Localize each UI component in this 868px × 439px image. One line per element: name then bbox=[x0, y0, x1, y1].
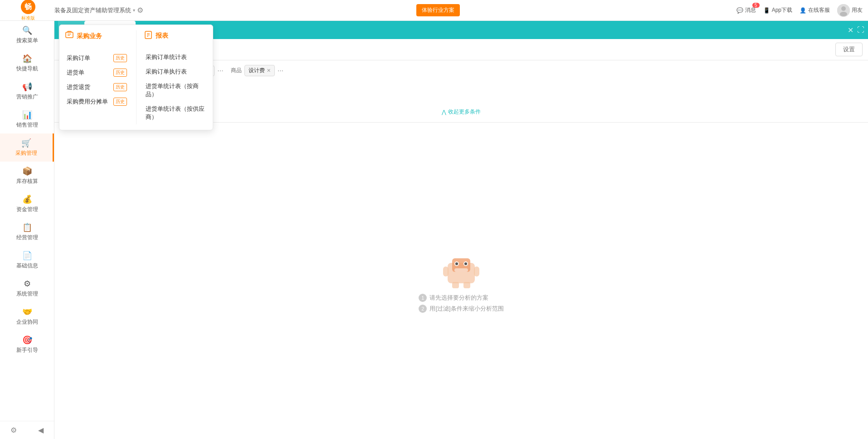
sidebar-item-enterprise[interactable]: 🤝 企业协同 bbox=[0, 302, 54, 330]
sidebar-item-purchase-label: 采购管理 bbox=[15, 149, 37, 157]
dropdown-report-item-1[interactable]: 采购订单统计表 bbox=[144, 50, 208, 64]
basic-icon: 📄 bbox=[22, 251, 32, 261]
marketing-icon: 📢 bbox=[22, 82, 32, 92]
dropdown-divider bbox=[136, 30, 137, 124]
title-arrow-icon: ▾ bbox=[133, 8, 135, 13]
empty-step1: 1 请先选择要分析的方案 bbox=[419, 294, 503, 302]
empty-step2: 2 用[过滤]条件来缩小分析范围 bbox=[419, 305, 503, 313]
service-icon: 👤 bbox=[800, 7, 806, 14]
dropdown-report-col: 报表 采购订单统计表 采购订单执行表 进货单统计表（按商品） 进货单统计表（按供… bbox=[138, 30, 213, 124]
step2-text: 用[过滤]条件来缩小分析范围 bbox=[429, 305, 503, 313]
sidebar-item-enterprise-label: 企业协同 bbox=[16, 318, 38, 326]
finance-icon: 💰 bbox=[22, 194, 32, 204]
guide-icon: 🎯 bbox=[22, 335, 32, 345]
dropdown-report-title-text: 报表 bbox=[156, 32, 168, 40]
svg-rect-14 bbox=[452, 282, 459, 288]
sidebar-item-finance-label: 资金管理 bbox=[16, 206, 38, 213]
sidebar-item-sales-label: 销售管理 bbox=[16, 121, 38, 129]
dropdown-item-purchase-order[interactable]: 采购订单 历史 bbox=[65, 51, 129, 65]
sidebar-item-guide[interactable]: 🎯 新手引导 bbox=[0, 330, 54, 359]
message-badge: 5 bbox=[752, 3, 760, 8]
message-action[interactable]: 💬 消息 5 bbox=[736, 6, 756, 14]
goods-tag-close-icon[interactable]: ✕ bbox=[267, 68, 271, 74]
sidebar-item-marketing-label: 营销推广 bbox=[16, 93, 38, 101]
operations-icon: 📋 bbox=[22, 222, 32, 232]
empty-visual bbox=[441, 249, 482, 290]
sidebar: 🔍 搜索菜单 🏠 快捷导航 📢 营销推广 📊 销售管理 🛒 采购管 bbox=[0, 21, 54, 439]
online-service-action[interactable]: 👤 在线客服 bbox=[800, 6, 830, 14]
settings-button[interactable]: 设置 bbox=[835, 43, 863, 56]
tab-close-all-icon[interactable]: ✕ bbox=[848, 26, 853, 35]
tab-bar-actions: ✕ ⛶ bbox=[848, 26, 864, 35]
sidebar-bottom: ⚙ ◀ bbox=[0, 421, 54, 439]
trial-button[interactable]: 体验行业方案 bbox=[416, 4, 460, 16]
history-badge-1: 历史 bbox=[113, 54, 127, 62]
app-download-action[interactable]: 📱 App下载 bbox=[763, 6, 792, 14]
sidebar-collapse-button[interactable]: ◀ bbox=[38, 426, 44, 434]
history-badge-3: 历史 bbox=[113, 83, 127, 91]
dropdown-report-item-3[interactable]: 进货单统计表（按商品） bbox=[144, 79, 208, 102]
sidebar-item-quick-label: 快捷导航 bbox=[16, 65, 38, 73]
top-actions: 💬 消息 5 📱 App下载 👤 在线客服 用友 bbox=[736, 4, 863, 17]
sidebar-settings-button[interactable]: ⚙ bbox=[10, 426, 17, 434]
svg-point-9 bbox=[455, 262, 458, 265]
online-service-label: 在线客服 bbox=[808, 6, 830, 14]
step1-dot: 1 bbox=[419, 294, 427, 302]
dropdown-report-item-4[interactable]: 进货单统计表（按供应商） bbox=[144, 102, 208, 124]
top-bar: 畅 标准版 装备及固定资产辅助管理系统 ▾ ⚙ 体验行业方案 💬 消息 5 📱 … bbox=[0, 0, 868, 21]
sidebar-item-operations[interactable]: 📋 经营管理 bbox=[0, 218, 54, 246]
svg-point-3 bbox=[841, 6, 846, 11]
logo-area: 畅 标准版 bbox=[5, 0, 51, 21]
logo-text: 标准版 bbox=[21, 15, 35, 21]
sidebar-item-operations-label: 经营管理 bbox=[16, 234, 38, 242]
sidebar-item-search[interactable]: 🔍 搜索菜单 bbox=[0, 21, 54, 49]
message-icon: 💬 bbox=[736, 7, 743, 14]
svg-point-10 bbox=[464, 262, 467, 265]
dropdown-purchase-title-text: 采购业务 bbox=[77, 32, 102, 40]
search-icon: 🔍 bbox=[22, 25, 32, 35]
dropdown-purchase-title: 采购业务 bbox=[65, 30, 129, 45]
sidebar-item-sales[interactable]: 📊 销售管理 bbox=[0, 105, 54, 133]
inventory-icon: 📦 bbox=[22, 166, 32, 176]
purchase-cost-label: 采购费用分摊单 bbox=[67, 98, 108, 106]
svg-rect-16 bbox=[66, 32, 73, 38]
dropdown-item-return[interactable]: 进货退货 历史 bbox=[65, 80, 129, 94]
sidebar-item-quick[interactable]: 🏠 快捷导航 bbox=[0, 49, 54, 77]
empty-text: 1 请先选择要分析的方案 2 用[过滤]条件来缩小分析范围 bbox=[419, 294, 503, 313]
sidebar-item-marketing[interactable]: 📢 营销推广 bbox=[0, 77, 54, 105]
user-action[interactable]: 用友 bbox=[837, 4, 863, 17]
svg-point-4 bbox=[840, 12, 847, 16]
sidebar-item-basic-label: 基础信息 bbox=[16, 262, 38, 270]
system-title: 装备及固定资产辅助管理系统 ▾ ⚙ bbox=[54, 6, 145, 15]
sidebar-item-system[interactable]: ⚙ 系统管理 bbox=[0, 274, 54, 302]
report-menu-icon bbox=[144, 30, 153, 41]
status-dots[interactable]: ··· bbox=[217, 67, 223, 75]
goods-dots[interactable]: ··· bbox=[278, 67, 283, 75]
sidebar-item-inventory[interactable]: 📦 库存核算 bbox=[0, 162, 54, 190]
return-label: 进货退货 bbox=[67, 83, 90, 91]
tab-expand-icon[interactable]: ⛶ bbox=[857, 26, 864, 34]
app-container: 畅 标准版 装备及固定资产辅助管理系统 ▾ ⚙ 体验行业方案 💬 消息 5 📱 … bbox=[0, 0, 868, 439]
filter-goods: 商品 设计费 ✕ ··· bbox=[231, 65, 283, 76]
system-settings-icon[interactable]: ⚙ bbox=[137, 6, 143, 15]
collapse-up-icon: ⋀ bbox=[442, 109, 446, 115]
sidebar-item-search-label: 搜索菜单 bbox=[16, 37, 38, 44]
svg-text:畅: 畅 bbox=[24, 2, 32, 10]
dropdown-item-purchase-cost[interactable]: 采购费用分摊单 历史 bbox=[65, 94, 129, 109]
app-download-label: App下载 bbox=[772, 6, 792, 14]
sidebar-item-basic[interactable]: 📄 基础信息 bbox=[0, 246, 54, 274]
home-icon: 🏠 bbox=[22, 54, 32, 64]
dropdown-report-item-2[interactable]: 采购订单执行表 bbox=[144, 64, 208, 79]
sidebar-item-system-label: 系统管理 bbox=[16, 290, 38, 298]
purchase-icon: 🛒 bbox=[21, 138, 31, 148]
sales-icon: 📊 bbox=[22, 110, 32, 120]
inbound-label: 进货单 bbox=[67, 69, 84, 77]
sidebar-item-finance[interactable]: 💰 资金管理 bbox=[0, 190, 54, 218]
sidebar-item-purchase[interactable]: 🛒 采购管理 bbox=[0, 133, 54, 162]
main-content: 1 请先选择要分析的方案 2 用[过滤]条件来缩小分析范围 bbox=[54, 123, 868, 439]
history-badge-2: 历史 bbox=[113, 69, 127, 77]
svg-rect-12 bbox=[443, 266, 449, 276]
dropdown-purchase-col: 采购业务 采购订单 历史 进货单 历史 进货退货 历史 采购费用分摊单 历史 bbox=[59, 30, 134, 124]
dropdown-report-title: 报表 bbox=[144, 30, 208, 44]
dropdown-item-inbound[interactable]: 进货单 历史 bbox=[65, 65, 129, 80]
